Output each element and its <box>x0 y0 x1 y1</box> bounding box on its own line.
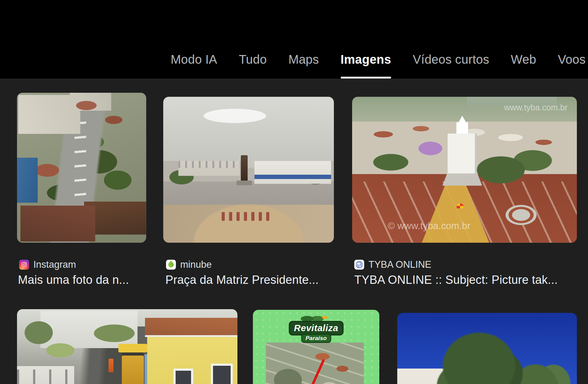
logo-title: Revitaliza <box>289 321 343 335</box>
result-source-row[interactable]: TYBA ONLINE <box>354 259 431 270</box>
umbrella-shape <box>457 203 463 208</box>
tab-web[interactable]: Web <box>511 52 536 79</box>
tab-underline <box>558 77 586 79</box>
globe-icon <box>354 260 364 270</box>
active-tab-underline <box>341 77 391 79</box>
satellite-map <box>266 343 364 384</box>
minube-leaf-icon <box>166 260 176 270</box>
tab-imagens-active[interactable]: Imagens <box>341 52 391 79</box>
steamroller-body-shape <box>122 352 144 384</box>
search-tabs: Modo IA Tudo Maps Imagens Vídeos curtos … <box>171 52 586 79</box>
tab-underline <box>413 77 489 79</box>
result-source-row[interactable]: Instagram <box>19 259 76 270</box>
watermark-text: © www.tyba.com.br <box>388 220 470 232</box>
statue-base-shape <box>236 181 252 185</box>
result-thumbnail-town-square[interactable] <box>163 97 334 243</box>
watermark-text: www.tyba.com.br <box>504 103 568 113</box>
result-title[interactable]: TYBA ONLINE :: Subject: Picture tak... <box>354 273 577 287</box>
worker-shape <box>109 359 113 372</box>
tab-label: Voos <box>558 52 586 67</box>
logo-subtitle: Paraíso <box>301 334 331 343</box>
tab-voos[interactable]: Voos <box>558 52 586 79</box>
church-body-shape <box>448 134 477 175</box>
revitaliza-logo: Revitaliza Paraíso <box>289 315 343 343</box>
result-source-label: TYBA ONLINE <box>369 259 431 270</box>
church-shape <box>448 116 477 184</box>
tab-label: Modo IA <box>171 52 217 67</box>
tab-underline <box>239 77 267 79</box>
result-source-label: minube <box>180 259 212 270</box>
result-thumbnail-revitaliza-card[interactable]: Revitaliza Paraíso <box>253 310 379 384</box>
tab-underline <box>171 77 217 79</box>
result-title[interactable]: Praça da Matriz Presidente... <box>165 273 335 287</box>
tab-label: Tudo <box>239 52 267 67</box>
window-shape <box>211 364 233 384</box>
search-header: Modo IA Tudo Maps Imagens Vídeos curtos … <box>0 0 588 79</box>
tab-label: Imagens <box>341 52 391 67</box>
tab-maps[interactable]: Maps <box>288 52 319 79</box>
result-title[interactable]: Mais uma foto da n... <box>18 273 148 287</box>
result-thumbnail-roadworks[interactable] <box>17 309 237 384</box>
map-red-route-line <box>301 359 325 384</box>
tab-videos-curtos[interactable]: Vídeos curtos <box>413 52 489 79</box>
tab-label: Maps <box>288 52 319 67</box>
instagram-icon <box>19 260 29 270</box>
tab-tudo[interactable]: Tudo <box>239 52 267 79</box>
result-source-label: Instagram <box>33 259 76 270</box>
window-shape <box>173 369 193 384</box>
tab-label: Web <box>511 52 536 67</box>
result-thumbnail-aerial-street[interactable] <box>17 93 146 243</box>
tab-label: Vídeos curtos <box>413 52 489 67</box>
church-steps-shape <box>442 173 482 186</box>
tab-underline <box>288 77 319 79</box>
tab-modo-ia[interactable]: Modo IA <box>171 52 217 79</box>
tab-underline <box>511 77 536 79</box>
statue-shape <box>241 155 248 181</box>
result-source-row[interactable]: minube <box>166 259 212 270</box>
steamroller-canopy-shape <box>118 344 147 352</box>
result-thumbnail-tree-square[interactable] <box>397 313 577 384</box>
result-thumbnail-church-aerial[interactable]: www.tyba.com.br © www.tyba.com.br <box>352 97 577 243</box>
